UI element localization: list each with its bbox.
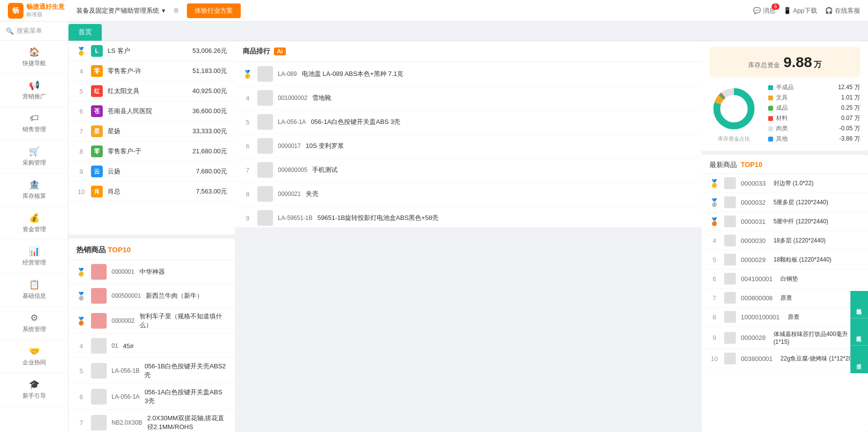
tab-home[interactable]: 首页 (69, 24, 102, 41)
float-btn-service[interactable]: 客服热线 (850, 291, 868, 318)
settings-button[interactable]: ⚙ (169, 4, 183, 18)
hot-product-row: 4 01 45# (69, 334, 235, 358)
new-product-row: 6 004100001 白钢垫 (702, 269, 868, 288)
legend-item-finished: 成品 0.25 万 (768, 104, 860, 112)
system-selector[interactable]: 装备及固定资产辅助管理系统 ▾ (76, 6, 165, 15)
sidebar-item-purchase[interactable]: 🛒 采购管理 (0, 140, 68, 173)
new-product-row: 8 10000100001 原查 (702, 308, 868, 327)
customer-value: 7,680.00元 (196, 167, 227, 176)
message-button[interactable]: 💬 消息 6 (753, 6, 776, 15)
inventory-legend: 半成品 12.45 万 文具 1.01 万 (768, 83, 860, 143)
product-code: 0000001 (112, 268, 135, 275)
new-product-name: 原查 (780, 294, 860, 302)
new-products-scroll[interactable]: 🥇 0000033 封边带 (1.0*22) 🥈 0000032 5厘多层 (1… (702, 174, 868, 432)
product-rank-row: 🥇 LA-089 电池盖 LA-089 ABS本色+黑种 7.1克 (235, 62, 702, 86)
sidebar-item-label: 经营管理 (23, 259, 46, 267)
legend-dot-other (768, 137, 773, 142)
product-name: 新西兰牛肉（新牛） (146, 291, 227, 300)
chart-label: 库存资金占比 (718, 135, 750, 143)
inventory-chart-area: 库存资金占比 半成品 12.45 万 (702, 83, 868, 151)
sidebar-item-operations[interactable]: 📊 经营管理 (0, 240, 68, 273)
search-icon: 🔍 (6, 27, 14, 35)
sidebar-item-marketing[interactable]: 📢 营销推广 (0, 74, 68, 107)
new-product-name: 体城嘉枝味苏打饮品400毫升 (1*15) (774, 330, 860, 345)
sidebar-item-label: 库存核算 (23, 192, 46, 200)
product-thumbnail (257, 90, 273, 106)
customer-badge: 肖 (91, 186, 103, 197)
sidebar-item-system[interactable]: ⚙ 系统管理 (0, 307, 68, 340)
legend-dot-semi (768, 85, 773, 90)
new-product-code: 10000100001 (741, 313, 780, 321)
customer-value: 53,006.26元 (192, 47, 227, 55)
new-products-title: 最新商品 TOP10 (702, 155, 868, 174)
product-rank-row: 6 0000017 10S 变利罗浆 (235, 134, 702, 158)
new-product-name: 5厘中纤 (1220*2440) (774, 217, 860, 226)
customer-badge: L (91, 45, 103, 57)
search-menu[interactable]: 🔍 搜索菜单 (0, 22, 68, 41)
new-product-name: 18多层 (1220*2440) (774, 237, 860, 245)
customer-badge: 零 (91, 145, 103, 157)
product-rank-row: 9 LA-59651-1B 59651-1B旋转投影灯电池盒ABS黑色+58壳 (235, 206, 702, 227)
product-ranking-scroll[interactable]: 🥇 LA-089 电池盖 LA-089 ABS本色+黑种 7.1克 4 0010… (235, 62, 702, 227)
float-btn-live[interactable]: 直播 (850, 346, 868, 373)
product-name: 中华神器 (139, 267, 227, 276)
hot-product-row: 🥇 0000001 中华神器 (69, 260, 235, 284)
new-product-name: 18颗粒板 (1220*2440) (774, 256, 860, 264)
trial-button[interactable]: 体验行业方案 (187, 3, 241, 18)
legend-item-stationery: 文具 1.01 万 (768, 94, 860, 102)
customers-scroll[interactable]: 🥇 L LS 客户 53,006.26元 4 零 零售客户-许 51,183.0… (69, 41, 235, 235)
new-product-thumbnail (724, 177, 736, 189)
product-ranking-panel: 商品排行 Ai 🥇 LA-089 电池盖 LA-089 ABS本色+黑种 7.1… (235, 41, 702, 227)
sidebar-item-label: 新手引导 (23, 392, 46, 400)
basic-icon: 📋 (29, 279, 40, 290)
app-download-button[interactable]: 📱 App下载 (783, 6, 817, 15)
customer-name: 苍南县人民医院 (108, 107, 187, 116)
product-code: 0000021 (278, 191, 301, 197)
product-thumbnail (91, 288, 107, 304)
inventory-amount: 9.88 (783, 54, 812, 70)
sidebar-item-home[interactable]: 🏠 快捷导航 (0, 41, 68, 74)
sidebar-item-inventory[interactable]: 🏦 库存核算 (0, 173, 68, 207)
hot-products-scroll[interactable]: 🥇 0000001 中华神器 🥈 000500001 新西兰牛肉（新牛） (69, 260, 235, 432)
product-rank-row: 5 LA-056-1A 056-1A白色按键开关盖ABS 3壳 (235, 110, 702, 134)
customer-value: 21,680.00元 (192, 147, 227, 156)
sidebar-item-label: 系统管理 (23, 325, 46, 334)
float-btn-community[interactable]: 服务社区 (850, 318, 868, 346)
home-icon: 🏠 (29, 47, 40, 57)
online-service-button[interactable]: 🎧 在线客服 (825, 6, 860, 15)
collab-icon: 🤝 (29, 346, 40, 357)
logo-sub: 标准版 (26, 11, 65, 18)
product-name: 手机测试 (312, 166, 694, 174)
product-code: 0000017 (278, 143, 301, 149)
top10-label: TOP10 (108, 245, 131, 254)
customer-name: 红太阳文具 (108, 87, 187, 96)
new-product-code: 004100001 (741, 275, 773, 283)
sidebar-item-finance[interactable]: 💰 资金管理 (0, 207, 68, 240)
left-column: 🥇 L LS 客户 53,006.26元 4 零 零售客户-许 51,183.0… (69, 41, 235, 432)
customer-name: 云扬 (108, 167, 191, 176)
sidebar-item-guide[interactable]: 🎓 新手引导 (0, 373, 68, 407)
right-column: 库存总资金 9.88 万 (702, 41, 868, 432)
new-product-name: 原查 (788, 313, 860, 321)
new-product-code: 000800008 (741, 294, 773, 302)
product-name: 45# (123, 342, 227, 350)
legend-item-other: 其他 -3.86 万 (768, 135, 860, 143)
customer-rank-row: 🥇 L LS 客户 53,006.26元 (69, 41, 235, 61)
medal-bronze-icon: 🥉 (709, 217, 719, 226)
new-product-code: 0000028 (741, 334, 766, 341)
product-name: 10S 变利罗浆 (306, 142, 694, 150)
sidebar-item-label: 采购管理 (23, 159, 46, 167)
hot-product-row: 6 LA-056-1A 056-1A白色按键开关盖ABS 3壳 (69, 384, 235, 410)
product-code: LA-59651-1B (278, 215, 313, 221)
main-layout: 🔍 搜索菜单 🏠 快捷导航 📢 营销推广 🏷 销售管理 🛒 采购管理 🏦 库存核… (0, 22, 868, 432)
sidebar-item-basic[interactable]: 📋 基础信息 (0, 273, 68, 307)
new-product-name: 5厘多层 (1220*2440) (774, 198, 860, 207)
product-code: 000800005 (278, 167, 307, 173)
product-name: 056-1A白色按键开关盖ABS 3壳 (311, 118, 694, 126)
inventory-label: 库存总资金 (748, 61, 780, 70)
new-product-code: 0000030 (741, 237, 766, 244)
topbar-center: 装备及固定资产辅助管理系统 ▾ ⚙ 体验行业方案 (76, 3, 753, 18)
sidebar-item-sales[interactable]: 🏷 销售管理 (0, 107, 68, 140)
sidebar-item-collab[interactable]: 🤝 企业协同 (0, 340, 68, 373)
product-rank-row: 7 000800005 手机测试 (235, 158, 702, 182)
